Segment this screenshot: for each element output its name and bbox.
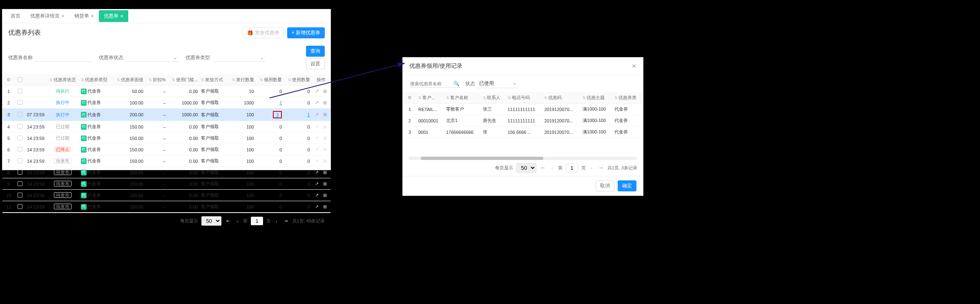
share-icon[interactable]: ↗ bbox=[314, 112, 320, 118]
sort-icon[interactable]: ⇅ bbox=[149, 78, 152, 82]
modal-page-input[interactable] bbox=[566, 164, 578, 172]
gear-icon[interactable]: ⚙ bbox=[7, 77, 11, 82]
qrcode-icon[interactable]: ⊞ bbox=[322, 112, 328, 118]
row-checkbox[interactable] bbox=[18, 193, 22, 197]
row-checkbox[interactable] bbox=[18, 181, 22, 186]
filter-status-select[interactable]: ⌄ bbox=[126, 54, 179, 62]
share-icon[interactable]: ↗ bbox=[314, 100, 320, 106]
row-checkbox[interactable] bbox=[18, 112, 22, 117]
header-row: 优惠券列表 🎁发放优惠券 + 新增优惠券 bbox=[2, 23, 330, 42]
sort-icon[interactable]: ⇅ bbox=[508, 96, 511, 100]
status-badge: 待发布 bbox=[54, 192, 71, 198]
status-badge: 执行中 bbox=[56, 112, 69, 117]
last-page-icon[interactable]: ⇥ bbox=[282, 218, 289, 224]
filter-type-select[interactable]: ⌄ bbox=[212, 54, 266, 62]
next-page-icon[interactable]: › bbox=[589, 166, 594, 171]
row-checkbox[interactable] bbox=[18, 89, 22, 93]
qrcode-icon[interactable]: ⊞ bbox=[322, 100, 328, 106]
chevron-down-icon: ⌄ bbox=[260, 55, 264, 60]
tab-优惠券详情页[interactable]: 优惠券详情页✕ bbox=[25, 10, 69, 22]
add-coupon-button[interactable]: + 新增优惠券 bbox=[287, 27, 325, 38]
close-icon[interactable]: ✕ bbox=[632, 63, 636, 69]
sort-icon[interactable]: ⇅ bbox=[117, 78, 120, 82]
table-row[interactable]: 8 14 23:59 待发布 代代金券 150.00 -- 0.00 客户领取 … bbox=[2, 167, 330, 178]
filter-name-label: 优惠券名称 bbox=[8, 54, 33, 61]
page-summary: 共1页, 49条记录 bbox=[292, 218, 325, 224]
prev-page-icon[interactable]: ‹ bbox=[235, 219, 240, 224]
share-icon[interactable]: ↗ bbox=[314, 89, 320, 94]
receive-count-link[interactable]: 3 bbox=[276, 112, 279, 117]
sort-icon[interactable]: ⇅ bbox=[446, 96, 449, 100]
query-button[interactable]: 查询 bbox=[306, 46, 325, 57]
sort-icon[interactable]: ⇅ bbox=[81, 78, 84, 82]
row-checkbox[interactable] bbox=[18, 135, 22, 140]
share-icon: ↗ bbox=[314, 181, 320, 187]
use-count-link[interactable]: 1 bbox=[307, 112, 310, 117]
share-icon: ↗ bbox=[314, 135, 320, 141]
next-page-icon[interactable]: › bbox=[274, 219, 279, 224]
page-number-input[interactable] bbox=[251, 217, 263, 225]
table-row[interactable]: 7 14 23:59 待发布 代代金券 150.00 -- 0.00 客户领取 … bbox=[2, 155, 330, 167]
filter-type-label: 优惠券类型 bbox=[185, 54, 210, 61]
row-checkbox[interactable] bbox=[18, 124, 22, 129]
prev-page-icon[interactable]: ‹ bbox=[550, 166, 555, 171]
close-icon[interactable]: ✕ bbox=[91, 14, 94, 18]
sort-icon[interactable]: ⇅ bbox=[201, 78, 204, 82]
sort-icon[interactable]: ⇅ bbox=[49, 78, 53, 82]
sort-icon[interactable]: ⇅ bbox=[172, 78, 175, 82]
table-row[interactable]: 11 14 23:59 待发布 代代金券 150.00 -- 0.00 客户领取… bbox=[2, 201, 330, 213]
row-checkbox[interactable] bbox=[18, 100, 22, 105]
filter-name-input[interactable] bbox=[35, 53, 92, 62]
sort-icon[interactable]: ⇅ bbox=[418, 96, 422, 100]
sort-icon[interactable]: ⇅ bbox=[260, 78, 263, 82]
sort-icon[interactable]: ⇅ bbox=[232, 78, 235, 82]
table-row[interactable]: 6 14 23:59 已终止 代代金券 150.00 -- 0.00 客户领取 … bbox=[2, 144, 330, 155]
usage-record-modal: 优惠券领用/使用记录 ✕ 🔍 状态 已使用 ⌄ ⚙ ⇅客户... ⇅客户名称 ⇅… bbox=[402, 57, 643, 196]
close-icon[interactable]: ✕ bbox=[120, 14, 123, 18]
sort-icon[interactable]: ⇅ bbox=[583, 96, 586, 100]
tab-销货单[interactable]: 销货单✕ bbox=[69, 10, 99, 22]
horizontal-scrollbar[interactable] bbox=[409, 157, 637, 160]
row-checkbox[interactable] bbox=[18, 158, 22, 163]
table-row[interactable]: 4 14 23:59 已过期 代代金券 150.00 -- 0.00 客户领取 … bbox=[2, 121, 330, 133]
tab-优惠券[interactable]: 优惠券✕ bbox=[99, 10, 128, 22]
select-all-checkbox[interactable] bbox=[18, 77, 22, 82]
settings-button[interactable]: 设置 bbox=[306, 58, 325, 69]
table-row[interactable]: 10 14 23:59 待发布 代代金券 150.00 -- 0.00 客户领取… bbox=[2, 190, 330, 201]
search-icon[interactable]: 🔍 bbox=[453, 81, 460, 87]
share-icon: ↗ bbox=[314, 170, 320, 175]
last-page-icon[interactable]: ⇥ bbox=[597, 165, 604, 171]
tab-首页[interactable]: 首页 bbox=[6, 10, 25, 22]
first-page-icon[interactable]: ⇤ bbox=[225, 218, 232, 224]
page-size-select[interactable]: 50 bbox=[201, 216, 221, 226]
first-page-icon[interactable]: ⇤ bbox=[540, 165, 547, 171]
table-row[interactable]: 9 14 23:59 待发布 代代金券 150.00 -- 0.00 客户领取 … bbox=[2, 178, 330, 190]
table-row[interactable]: 2 执行中 代代金券 100.00 -- 1000.00 客户领取 1000 1… bbox=[2, 97, 330, 109]
gear-icon[interactable]: ⚙ bbox=[408, 95, 412, 100]
row-checkbox[interactable] bbox=[18, 170, 22, 175]
receive-count-link[interactable]: 1 bbox=[279, 100, 282, 105]
modal-status-select[interactable]: 已使用 ⌄ bbox=[478, 79, 518, 88]
sort-icon[interactable]: ⇅ bbox=[544, 96, 547, 100]
table-row[interactable]: 3 0001 17666666666 张 156 6666 ... 201912… bbox=[403, 126, 643, 138]
sort-icon[interactable]: ⇅ bbox=[483, 96, 486, 100]
row-checkbox[interactable] bbox=[18, 204, 22, 209]
sort-icon[interactable]: ⇅ bbox=[288, 78, 291, 82]
table-row[interactable]: 1 RETAIL... 零散客户 张三 11111111111 20191200… bbox=[403, 104, 643, 115]
table-row[interactable]: 1 待执行 代代金券 50.00 -- 0.00 客户领取 10 0 0 ↗⊞ bbox=[2, 86, 330, 97]
coupon-table: ⚙ ⇅优惠券状态 ⇅优惠券类型 ⇅优惠券面值 ⇅折扣% ⇅使用门槛... ⇅发放… bbox=[2, 74, 330, 213]
sort-icon[interactable]: ⇅ bbox=[614, 96, 618, 100]
distribute-coupon-button[interactable]: 🎁发放优惠券 bbox=[243, 27, 284, 38]
qrcode-icon[interactable]: ⊞ bbox=[322, 89, 328, 94]
modal-page-size-select[interactable]: 50 bbox=[516, 163, 536, 173]
confirm-button[interactable]: 确定 bbox=[618, 180, 636, 191]
modal-search-input[interactable]: 🔍 bbox=[409, 80, 460, 88]
table-row[interactable]: 2 00010001 北京1 唐先生 11111111111 201912007… bbox=[403, 115, 643, 126]
modal-title: 优惠券领用/使用记录 bbox=[409, 62, 462, 70]
pagination: 每页显示 50 ⇤ ‹ 第 页 › ⇥ 共1页, 49条记录 bbox=[2, 213, 330, 229]
close-icon[interactable]: ✕ bbox=[61, 14, 65, 18]
row-checkbox[interactable] bbox=[18, 147, 22, 152]
cancel-button[interactable]: 取消 bbox=[596, 180, 614, 191]
table-row[interactable]: 3 07 23:59 执行中 代代金券 200.00 -- 1000.00 客户… bbox=[2, 109, 330, 121]
table-row[interactable]: 5 14 23:59 已过期 代代金券 150.00 -- 0.00 客户领取 … bbox=[2, 133, 330, 144]
